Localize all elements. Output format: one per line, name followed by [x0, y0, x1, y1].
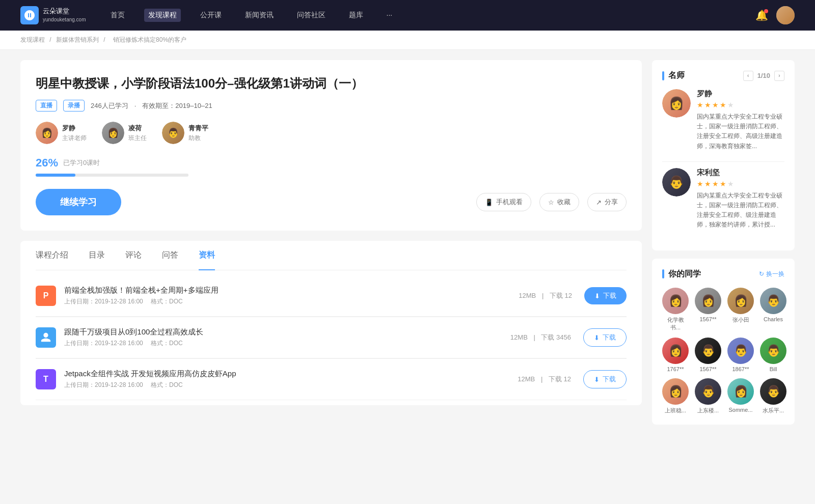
- classmate-name-8: 上班稳...: [665, 407, 686, 414]
- classmate-name-1: 1567**: [699, 316, 716, 322]
- tab-qa[interactable]: 问答: [162, 241, 178, 270]
- sidebar-teacher-0: 👩 罗静 ★ ★ ★ ★ ★ 国内某重点大学安全工程专业硕士，国家一级注册消防工…: [662, 89, 784, 151]
- nav-qa[interactable]: 问答社区: [293, 9, 330, 22]
- classmate-0[interactable]: 👩 化学教书...: [662, 288, 689, 331]
- tab-intro[interactable]: 课程介绍: [36, 241, 68, 270]
- teachers-nav: ‹ 1/10 ›: [743, 71, 784, 81]
- file-stats-1: 12MB | 下载 3456: [510, 333, 571, 342]
- classmate-5[interactable]: 👨 1567**: [695, 338, 721, 372]
- file-meta-1: 上传日期：2019-12-28 16:00 格式：DOC: [64, 339, 510, 348]
- download-icon-0: ⬇: [594, 292, 600, 300]
- teacher-role-2: 助教: [188, 134, 208, 143]
- user-avatar[interactable]: [776, 6, 795, 24]
- teacher-name-2: 青青平: [188, 124, 208, 133]
- mobile-watch-button[interactable]: 📱 手机观看: [476, 193, 531, 211]
- bell-icon[interactable]: 🔔: [755, 9, 768, 21]
- download-button-0[interactable]: ⬇ 下载: [584, 287, 627, 304]
- sidebar-teacher-avatar-0[interactable]: 👩: [662, 89, 691, 118]
- logo-icon: [20, 6, 39, 24]
- nav-right: 🔔: [755, 6, 795, 24]
- course-meta: 直播 录播 246人已学习 · 有效期至：2019–10–21: [36, 100, 627, 111]
- classmate-3[interactable]: 👨 Charles: [760, 288, 786, 331]
- classmate-avatar-4: 👩: [662, 338, 689, 364]
- nav-more[interactable]: ···: [383, 9, 397, 22]
- breadcrumb: 发现课程 / 新媒体营销系列 / 销冠修炼术搞定80%的客户: [0, 31, 815, 50]
- nav-home[interactable]: 首页: [106, 9, 129, 22]
- download-button-1[interactable]: ⬇ 下载: [583, 328, 627, 347]
- classmate-7[interactable]: 👨 Bill: [760, 338, 786, 372]
- classmate-10[interactable]: 👩 Somme...: [727, 378, 754, 414]
- tab-review[interactable]: 评论: [125, 241, 142, 270]
- file-item-2: T Jetpack全组件实战 开发短视频应用高仿皮皮虾App 上传日期：2019…: [36, 359, 627, 400]
- refresh-classmates-button[interactable]: ↻ 换一换: [759, 270, 784, 278]
- badge-live: 直播: [36, 100, 57, 111]
- teachers-title: 名师 ‹ 1/10 ›: [662, 70, 784, 81]
- progress-text: 已学习0课时: [63, 158, 100, 167]
- sidebar-right: 名师 ‹ 1/10 › 👩 罗静 ★ ★ ★: [652, 60, 795, 433]
- download-icon-2: ⬇: [594, 376, 600, 383]
- file-icon-1: [36, 327, 56, 348]
- classmate-name-7: Bill: [770, 366, 777, 372]
- sidebar-teacher-name-1: 宋利坚: [697, 168, 784, 178]
- file-meta-2: 上传日期：2019-12-28 16:00 格式：DOC: [64, 381, 518, 389]
- tabs-section: 课程介绍 目录 评论 问答 资料 P 前端全栈加强版！前端全栈+全周期+多端应用…: [20, 241, 642, 405]
- page-wrapper: 明星中教授课，小学阶段语法100分–强化级第1讲动词（一） 直播 录播 246人…: [0, 50, 815, 443]
- next-teacher-button[interactable]: ›: [774, 71, 784, 81]
- course-title: 明星中教授课，小学阶段语法100分–强化级第1讲动词（一）: [36, 75, 627, 92]
- logo[interactable]: 云朵课堂yundouketang.com: [20, 6, 86, 24]
- classmate-8[interactable]: 👩 上班稳...: [662, 378, 689, 414]
- file-info-2: Jetpack全组件实战 开发短视频应用高仿皮皮虾App 上传日期：2019-1…: [64, 369, 518, 389]
- classmates-card: 你的同学 ↻ 换一换 👩 化学教书... 👩 1567** 👩: [652, 259, 795, 425]
- classmate-name-2: 张小田: [732, 316, 749, 324]
- prev-teacher-button[interactable]: ‹: [743, 71, 753, 81]
- classmate-name-11: 水乐平...: [763, 407, 784, 414]
- nav-news[interactable]: 新闻资讯: [241, 9, 278, 22]
- classmate-name-10: Somme...: [728, 407, 752, 413]
- classmate-11[interactable]: 👨 水乐平...: [760, 378, 786, 414]
- course-actions: 继续学习 📱 手机观看 ☆ 收藏 ↗ 分享: [36, 189, 627, 215]
- mobile-icon: 📱: [485, 199, 493, 206]
- classmate-avatar-1: 👩: [695, 288, 721, 314]
- collect-button[interactable]: ☆ 收藏: [539, 193, 579, 211]
- classmate-2[interactable]: 👩 张小田: [727, 288, 754, 331]
- classmate-4[interactable]: 👩 1767**: [662, 338, 689, 372]
- file-name-0: 前端全栈加强版！前端全栈+全周期+多端应用: [64, 286, 519, 295]
- download-icon-1: ⬇: [594, 334, 600, 342]
- tab-materials[interactable]: 资料: [199, 241, 215, 270]
- content-left: 明星中教授课，小学阶段语法100分–强化级第1讲动词（一） 直播 录播 246人…: [20, 60, 642, 433]
- classmate-avatar-5: 👨: [695, 338, 721, 364]
- breadcrumb-discover[interactable]: 发现课程: [20, 36, 45, 43]
- sidebar-teacher-stars-0: ★ ★ ★ ★ ★: [697, 101, 784, 109]
- sidebar-teacher-avatar-1[interactable]: 👨: [662, 168, 691, 197]
- classmate-name-6: 1867**: [732, 366, 749, 372]
- file-icon-2: T: [36, 369, 56, 389]
- badge-record: 录播: [63, 100, 85, 111]
- classmate-name-3: Charles: [764, 316, 783, 322]
- continue-button[interactable]: 继续学习: [36, 189, 121, 215]
- star-icon: ☆: [548, 199, 554, 206]
- nav-discover[interactable]: 发现课程: [144, 9, 181, 22]
- file-info-0: 前端全栈加强版！前端全栈+全周期+多端应用 上传日期：2019-12-28 16…: [64, 286, 519, 306]
- classmate-avatar-7: 👨: [760, 338, 786, 364]
- classmates-grid: 👩 化学教书... 👩 1567** 👩 张小田 👨 Charles 👩: [662, 288, 784, 414]
- classmate-avatar-0: 👩: [662, 288, 689, 314]
- classmate-1[interactable]: 👩 1567**: [695, 288, 721, 331]
- classmate-avatar-6: 👨: [727, 338, 754, 364]
- classmate-6[interactable]: 👨 1867**: [727, 338, 754, 372]
- file-name-2: Jetpack全组件实战 开发短视频应用高仿皮皮虾App: [64, 369, 518, 379]
- share-button[interactable]: ↗ 分享: [587, 193, 627, 211]
- sidebar-teacher-stars-1: ★ ★ ★ ★ ★: [697, 180, 784, 188]
- teacher-name-0: 罗静: [62, 124, 87, 133]
- classmate-name-0: 化学教书...: [662, 316, 689, 331]
- file-item-1: 跟随千万级项目从0到100全过程高效成长 上传日期：2019-12-28 16:…: [36, 317, 627, 358]
- nav-quiz[interactable]: 题库: [345, 9, 367, 22]
- teacher-divider: [662, 161, 784, 162]
- file-list: P 前端全栈加强版！前端全栈+全周期+多端应用 上传日期：2019-12-28 …: [36, 270, 627, 405]
- download-button-2[interactable]: ⬇ 下载: [583, 370, 627, 388]
- classmate-9[interactable]: 👨 上东楼...: [695, 378, 721, 414]
- progress-bar-bg: [36, 174, 188, 177]
- sidebar-teacher-name-0: 罗静: [697, 89, 784, 99]
- nav-public[interactable]: 公开课: [196, 9, 226, 22]
- tab-catalog[interactable]: 目录: [89, 241, 105, 270]
- breadcrumb-series[interactable]: 新媒体营销系列: [56, 36, 99, 43]
